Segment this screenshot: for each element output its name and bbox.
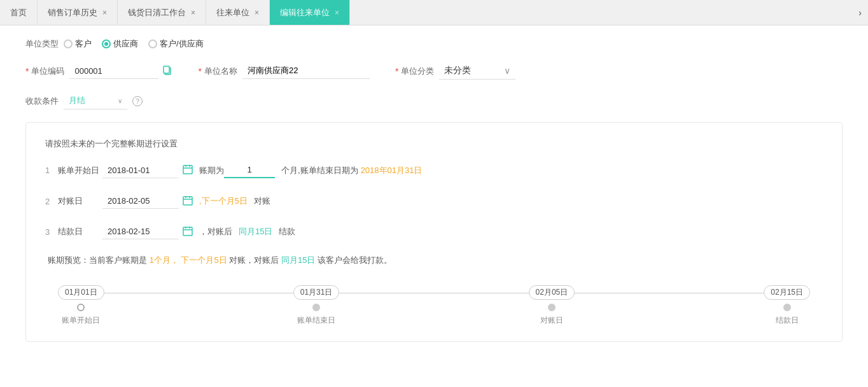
radio-customer-label: 客户	[75, 38, 92, 50]
payment-terms-value: 月结	[69, 95, 85, 106]
timeline-node-3-label: 结款日	[776, 315, 799, 326]
period-row-3-middle-prefix: ，对账后	[199, 226, 232, 237]
svg-rect-2	[183, 165, 192, 174]
reconciliation-date-calendar-icon[interactable]	[183, 195, 193, 208]
unit-name-group: * 单位名称	[198, 64, 369, 79]
preview-label: 账期预览：当前客户账期是	[48, 255, 147, 265]
period-row-1-label: 账单开始日	[58, 165, 102, 176]
tab-counterparty-label: 往来单位	[216, 7, 249, 18]
unit-code-label: 单位编码	[31, 66, 64, 77]
preview-part1: 1个月，	[150, 255, 179, 265]
tab-counterparty-close-icon[interactable]: ×	[255, 8, 259, 17]
tab-cash-work-label: 钱货日清工作台	[128, 7, 186, 18]
tab-sales-history-close-icon[interactable]: ×	[102, 8, 107, 17]
payment-terms-row: 收款条件 月结 ∨ ?	[25, 92, 843, 109]
timeline-node-1-dot	[312, 304, 320, 311]
tab-sales-history[interactable]: 销售订单历史 ×	[38, 0, 118, 25]
period-row-2-middle: ,下一个月5日	[199, 195, 248, 207]
account-start-date-calendar-icon[interactable]	[183, 164, 193, 176]
help-icon[interactable]: ?	[132, 96, 143, 106]
timeline-node-1: 01月31日 账单结束日	[293, 285, 340, 326]
period-row-3-middle-suffix: 结款	[279, 226, 295, 237]
timeline-node-2-dot	[548, 304, 556, 311]
svg-rect-10	[183, 227, 192, 236]
unit-category-value: 未分类	[444, 65, 471, 76]
period-row-2: 2 对账日 ,下一个月5日 对账	[45, 194, 823, 209]
tab-more-button[interactable]: ›	[852, 0, 868, 25]
timeline-node-1-badge: 01月31日	[293, 285, 340, 300]
timeline-node-3-badge: 02月15日	[764, 285, 810, 300]
unit-code-group: * 单位编码	[25, 64, 172, 79]
radio-both[interactable]: 客户/供应商	[148, 38, 204, 50]
unit-category-required: *	[395, 66, 398, 76]
unit-type-row: 单位类型 客户 供应商 客户/供应商	[25, 38, 843, 50]
tab-edit-counterparty-label: 编辑往来单位	[280, 7, 330, 18]
copy-icon[interactable]	[162, 65, 172, 77]
tab-sales-history-label: 销售订单历史	[48, 7, 97, 18]
unit-name-label: 单位名称	[204, 66, 237, 77]
unit-info-row: * 单位编码 * 单位名称 * 单位分类 未分类 ∨	[25, 62, 843, 80]
unit-category-select[interactable]: 未分类 ∨	[439, 62, 515, 80]
payment-terms-select[interactable]: 月结 ∨	[64, 92, 127, 109]
timeline-node-2: 02月05日 对账日	[529, 285, 575, 326]
unit-name-input[interactable]	[242, 64, 370, 79]
preview-part2: 下一个月5日	[181, 255, 227, 265]
period-row-1-num: 1	[45, 165, 58, 175]
timeline-node-0-dot	[77, 304, 85, 311]
timeline: 01月01日 账单开始日 01月31日 账单结束日 02月05日 对账日 02月…	[45, 285, 823, 326]
category-dropdown-icon: ∨	[504, 66, 510, 76]
period-row-2-num: 2	[45, 197, 58, 206]
period-row-1-month-unit: 个月,账单结束日期为	[281, 165, 358, 176]
period-row-3-middle-orange: 同月15日	[239, 226, 272, 237]
tab-edit-counterparty-close-icon[interactable]: ×	[335, 8, 339, 17]
month-input[interactable]	[224, 162, 275, 178]
radio-customer[interactable]: 客户	[64, 38, 92, 50]
timeline-node-3: 02月15日 结款日	[764, 285, 810, 326]
preview-text: 账期预览：当前客户账期是 1个月， 下一个月5日 对账，对账后 同月15日 该客…	[45, 255, 823, 266]
period-row-2-suffix: 对账	[254, 195, 270, 207]
timeline-node-2-badge: 02月05日	[529, 285, 575, 300]
payment-terms-label: 收款条件	[25, 95, 59, 107]
radio-supplier[interactable]: 供应商	[102, 38, 138, 50]
period-box: 请按照未来的一个完整帐期进行设置 1 账单开始日 账期为 个月,账单结束日期为 …	[25, 122, 843, 342]
timeline-nodes: 01月01日 账单开始日 01月31日 账单结束日 02月05日 对账日 02月…	[58, 285, 810, 326]
period-row-1-end-date: 2018年01月31日	[361, 165, 423, 176]
radio-supplier-circle	[102, 39, 111, 48]
unit-type-label: 单位类型	[25, 38, 59, 50]
tab-bar: 首页 销售订单历史 × 钱货日清工作台 × 往来单位 × 编辑往来单位 × ›	[0, 0, 868, 25]
timeline-node-0-badge: 01月01日	[58, 285, 104, 300]
unit-name-required: *	[198, 66, 201, 76]
tab-cash-work-close-icon[interactable]: ×	[191, 8, 195, 17]
payment-terms-dropdown-icon: ∨	[118, 97, 122, 104]
unit-code-input[interactable]	[69, 64, 158, 79]
timeline-node-0-label: 账单开始日	[62, 315, 100, 326]
payment-date-input[interactable]	[102, 224, 179, 239]
period-row-3: 3 结款日 ，对账后 同月15日 结款	[45, 224, 823, 239]
unit-category-label: 单位分类	[401, 66, 434, 77]
payment-date-calendar-icon[interactable]	[183, 226, 193, 238]
period-row-3-num: 3	[45, 227, 58, 237]
tab-cash-work[interactable]: 钱货日清工作台 ×	[118, 0, 206, 25]
timeline-node-3-dot	[783, 304, 791, 311]
preview-part5: 该客户会给我打款。	[318, 255, 392, 265]
period-box-title: 请按照未来的一个完整帐期进行设置	[45, 138, 823, 150]
period-row-3-label: 结款日	[58, 226, 102, 237]
unit-type-radio-group: 客户 供应商 客户/供应商	[64, 38, 204, 50]
tab-home[interactable]: 首页	[0, 0, 38, 25]
period-row-1: 1 账单开始日 账期为 个月,账单结束日期为 2018年01月31日	[45, 162, 823, 178]
unit-category-group: * 单位分类 未分类 ∨	[395, 62, 515, 80]
radio-both-circle	[148, 39, 157, 48]
unit-code-required: *	[25, 66, 29, 76]
timeline-node-1-label: 账单结束日	[297, 315, 335, 326]
preview-part4: 同月15日	[281, 255, 315, 265]
radio-customer-circle	[64, 39, 73, 48]
svg-rect-1	[164, 66, 169, 73]
radio-supplier-label: 供应商	[113, 38, 138, 50]
tab-edit-counterparty[interactable]: 编辑往来单位 ×	[270, 0, 350, 25]
account-start-date-input[interactable]	[102, 163, 179, 178]
reconciliation-date-input[interactable]	[102, 194, 179, 209]
radio-both-label: 客户/供应商	[160, 38, 204, 50]
tab-counterparty[interactable]: 往来单位 ×	[206, 0, 270, 25]
preview-part3: 对账，对账后	[229, 255, 279, 265]
main-content: 单位类型 客户 供应商 客户/供应商 * 单位编码	[0, 25, 868, 387]
